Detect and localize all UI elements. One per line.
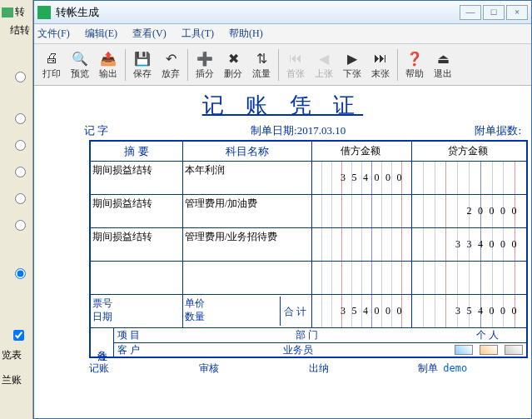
insert-icon: ➕ bbox=[196, 49, 214, 67]
next-button[interactable]: ▶下张 bbox=[338, 47, 366, 83]
radio-2[interactable] bbox=[15, 113, 26, 124]
last-icon: ⏭ bbox=[371, 49, 390, 67]
remark-label: 备注 bbox=[91, 328, 114, 357]
signature-row: 记账 审核 出纳 制单 demo bbox=[34, 358, 531, 376]
grid-header: 摘 要 科目名称 借方金额 贷方金额 bbox=[91, 142, 526, 162]
toolbar: 🖨打印 🔍预览 📤输出 💾保存 ↶放弃 ➕插分 ✖删分 ⇅流量 ⏮首张 ◀上张 … bbox=[34, 44, 531, 86]
cell-summary[interactable]: 期间损益结转 bbox=[91, 162, 183, 194]
menu-tools[interactable]: 工具(T) bbox=[181, 27, 214, 41]
biz-label: 业务员 bbox=[283, 343, 333, 357]
book-icon bbox=[2, 7, 13, 17]
checkbox-1[interactable] bbox=[13, 330, 24, 341]
sig-sh: 审核 bbox=[199, 362, 309, 376]
table-row[interactable]: 期间损益结转管理费用/业务招待费334000 bbox=[91, 228, 526, 262]
sig-jz: 记账 bbox=[89, 362, 199, 376]
cell-subject[interactable]: 本年利润 bbox=[183, 162, 312, 194]
save-button[interactable]: 💾保存 bbox=[128, 47, 157, 83]
sig-cn: 出纳 bbox=[309, 362, 419, 376]
window-title: 转帐生成 bbox=[56, 5, 458, 20]
separator bbox=[187, 49, 188, 81]
tab-report[interactable]: 览表 bbox=[2, 348, 22, 362]
last-button[interactable]: ⏭末张 bbox=[366, 47, 395, 83]
sum-debit: 354000 bbox=[312, 295, 412, 327]
cell-debit[interactable] bbox=[312, 228, 412, 261]
exit-button[interactable]: ⏏退出 bbox=[429, 47, 457, 83]
exit-icon: ⏏ bbox=[434, 49, 452, 67]
proj-label: 项 目 bbox=[114, 328, 164, 342]
save-icon: 💾 bbox=[133, 49, 152, 67]
radio-1[interactable] bbox=[15, 72, 26, 82]
cell-subject[interactable]: 管理费用/加油费 bbox=[183, 195, 312, 227]
cell-summary[interactable]: 期间损益结转 bbox=[91, 195, 183, 227]
cell-credit[interactable] bbox=[412, 262, 526, 294]
first-button[interactable]: ⏮首张 bbox=[281, 47, 310, 83]
cell-summary[interactable]: 期间损益结转 bbox=[91, 228, 183, 261]
separator bbox=[397, 49, 398, 81]
radio-4[interactable] bbox=[15, 167, 26, 177]
total-label: 合 计 bbox=[280, 297, 310, 326]
stamp-icon bbox=[505, 345, 523, 355]
col-credit: 贷方金额 bbox=[412, 142, 526, 161]
radio-5[interactable] bbox=[15, 193, 26, 204]
main-window: 转帐生成 — □ × 文件(F) 编辑(E) 查看(V) 工具(T) 帮助(H)… bbox=[33, 0, 532, 419]
col-debit: 借方金额 bbox=[312, 142, 412, 161]
radio-3[interactable] bbox=[15, 140, 26, 151]
cell-debit[interactable] bbox=[312, 262, 412, 294]
help-button[interactable]: ❓帮助 bbox=[400, 47, 429, 83]
cell-debit[interactable] bbox=[312, 195, 412, 227]
cell-credit[interactable]: 20000 bbox=[412, 195, 526, 227]
minimize-button[interactable]: — bbox=[460, 5, 481, 20]
delete-row-button[interactable]: ✖删分 bbox=[219, 47, 247, 83]
export-button[interactable]: 📤输出 bbox=[94, 47, 122, 83]
first-icon: ⏮ bbox=[286, 49, 305, 67]
table-row[interactable]: 期间损益结转管理费用/加油费20000 bbox=[91, 195, 526, 228]
cell-credit[interactable]: 334000 bbox=[412, 228, 526, 261]
attach-label: 附单据数: bbox=[434, 123, 525, 138]
flow-button[interactable]: ⇅流量 bbox=[247, 47, 276, 83]
person-label: 个 人 bbox=[476, 328, 526, 342]
cell-summary[interactable] bbox=[91, 262, 183, 294]
prev-button[interactable]: ◀上张 bbox=[310, 47, 338, 83]
close-button[interactable]: × bbox=[506, 5, 528, 20]
menu-help[interactable]: 帮助(H) bbox=[229, 27, 263, 41]
help-icon: ❓ bbox=[405, 49, 424, 67]
radio-7[interactable] bbox=[15, 268, 26, 279]
cell-subject[interactable] bbox=[183, 262, 312, 294]
table-row[interactable] bbox=[91, 262, 526, 295]
document-area: 记 账 凭 证 记 字 制单日期:2017.03.10 附单据数: 摘 要 科目… bbox=[34, 86, 531, 418]
sig-zd: 制单 demo bbox=[418, 362, 528, 376]
maximize-button[interactable]: □ bbox=[483, 5, 505, 20]
grid-footer-1: 票号日期 单价数量 合 计 354000 354000 bbox=[91, 295, 526, 328]
tab-transfer[interactable]: 转 bbox=[2, 5, 25, 19]
tab-account[interactable]: 兰账 bbox=[2, 373, 22, 387]
radio-6[interactable] bbox=[15, 220, 26, 231]
left-panel: 转 结转 览表 兰账 bbox=[0, 0, 33, 419]
cell-subject[interactable]: 管理费用/业务招待费 bbox=[183, 228, 312, 261]
cell-debit[interactable]: 354000 bbox=[312, 162, 412, 194]
separator bbox=[125, 49, 126, 81]
voucher-title: 记 账 凭 证 bbox=[34, 91, 531, 120]
preview-icon: 🔍 bbox=[71, 49, 89, 67]
preview-button[interactable]: 🔍预览 bbox=[66, 47, 94, 83]
cell-credit[interactable] bbox=[412, 162, 526, 194]
delete-icon: ✖ bbox=[224, 49, 242, 67]
separator bbox=[278, 49, 279, 81]
stamp-icon bbox=[480, 345, 498, 355]
abandon-button[interactable]: ↶放弃 bbox=[157, 47, 185, 83]
voucher-header: 记 字 制单日期:2017.03.10 附单据数: bbox=[34, 123, 531, 140]
menu-view[interactable]: 查看(V) bbox=[132, 27, 167, 41]
col-subject: 科目名称 bbox=[183, 142, 312, 161]
label-carryover: 结转 bbox=[10, 23, 30, 37]
zi-label: 记 字 bbox=[84, 123, 251, 138]
menu-file[interactable]: 文件(F) bbox=[37, 27, 70, 41]
insert-row-button[interactable]: ➕插分 bbox=[191, 47, 219, 83]
flow-icon: ⇅ bbox=[252, 49, 271, 67]
print-button[interactable]: 🖨打印 bbox=[37, 47, 66, 83]
ticket-date-cell: 票号日期 bbox=[91, 295, 183, 327]
app-icon bbox=[37, 6, 51, 19]
table-row[interactable]: 期间损益结转本年利润354000 bbox=[91, 162, 526, 195]
col-summary: 摘 要 bbox=[91, 142, 183, 161]
stamp-icon bbox=[455, 345, 473, 355]
cust-label: 客 户 bbox=[114, 343, 164, 357]
menu-edit[interactable]: 编辑(E) bbox=[85, 27, 117, 41]
